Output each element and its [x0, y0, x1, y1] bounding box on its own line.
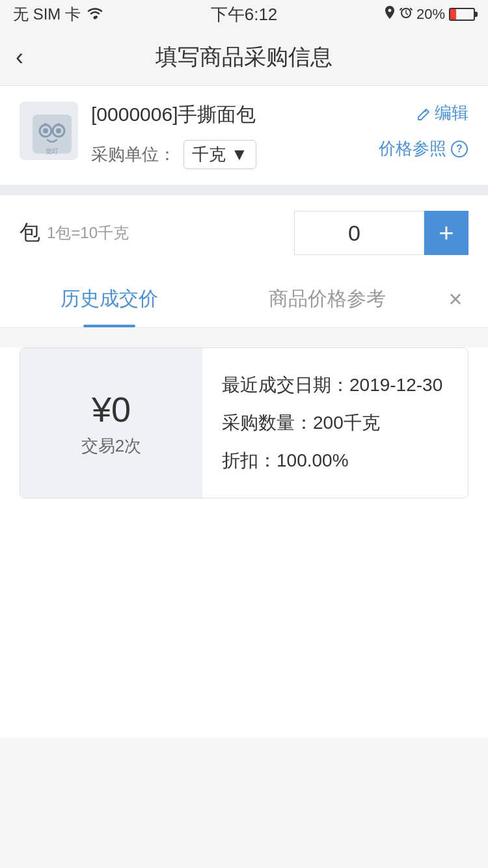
alarm-icon	[400, 6, 413, 23]
product-logo-icon: 觉叮	[29, 111, 75, 157]
status-left: 无 SIM 卡	[13, 4, 104, 25]
battery-percent: 20%	[416, 6, 445, 23]
svg-point-0	[94, 16, 97, 20]
status-right: 20%	[384, 5, 475, 23]
quantity-row: 包 1包=10千克 +	[0, 195, 488, 271]
location-icon	[384, 5, 396, 23]
svg-point-5	[43, 128, 48, 133]
nav-bar: ‹ 填写商品采购信息	[0, 29, 488, 86]
discount-value: 100.00%	[277, 450, 349, 470]
quantity-input-group: +	[294, 211, 468, 255]
transaction-count: 交易2次	[81, 435, 141, 457]
carrier-text: 无 SIM 卡	[13, 4, 81, 25]
recent-date-value: 2019-12-30	[349, 375, 442, 395]
product-card: 觉叮 [0000006]手撕面包 采购单位： 千克 ▼	[0, 86, 488, 185]
edit-icon	[416, 106, 431, 120]
purchase-qty-label: 采购数量：	[222, 413, 313, 433]
svg-text:觉叮: 觉叮	[46, 148, 59, 155]
unit-dropdown[interactable]: 千克 ▼	[183, 140, 256, 169]
tab-history-price-label: 历史成交价	[61, 286, 158, 312]
battery-icon	[449, 8, 475, 21]
quantity-unit-char: 包	[20, 219, 40, 247]
recent-date-label: 最近成交日期：	[222, 375, 349, 395]
price-reference-button[interactable]: 价格参照 ?	[379, 137, 468, 160]
svg-point-6	[56, 128, 61, 133]
tab-bar: 历史成交价 商品价格参考 ×	[0, 271, 488, 328]
discount-row: 折扣：100.00%	[222, 447, 448, 474]
tab-history-price[interactable]: 历史成交价	[0, 271, 218, 327]
purchase-qty-value: 200千克	[313, 413, 380, 433]
recent-date-row: 最近成交日期：2019-12-30	[222, 372, 448, 399]
product-unit-row: 采购单位： 千克 ▼	[91, 140, 256, 169]
product-thumbnail: 觉叮	[20, 102, 78, 160]
purchase-qty-row: 采购数量：200千克	[222, 409, 448, 437]
status-time: 下午6:12	[211, 3, 278, 26]
page-title: 填写商品采购信息	[156, 42, 332, 72]
back-button[interactable]: ‹	[16, 44, 23, 71]
quantity-label: 包 1包=10千克	[20, 219, 129, 247]
tab-active-indicator	[83, 325, 135, 327]
section-divider	[0, 185, 488, 195]
price-ref-label: 价格参照	[379, 137, 446, 160]
product-name: [0000006]手撕面包	[91, 102, 256, 128]
product-info: [0000006]手撕面包 采购单位： 千克 ▼	[91, 102, 256, 169]
edit-label: 编辑	[435, 102, 468, 124]
quantity-plus-button[interactable]: +	[424, 211, 468, 255]
status-bar: 无 SIM 卡 下午6:12 20%	[0, 0, 488, 29]
tab-product-price-reference[interactable]: 商品价格参考	[218, 271, 436, 327]
price-card: ¥0 交易2次 最近成交日期：2019-12-30 采购数量：200千克 折扣：…	[20, 347, 468, 498]
help-circle-icon: ?	[450, 140, 468, 158]
discount-label: 折扣：	[222, 450, 277, 470]
edit-button[interactable]: 编辑	[416, 102, 468, 124]
unit-label: 采购单位：	[91, 143, 176, 166]
price-summary: ¥0 交易2次	[20, 348, 202, 498]
wifi-icon	[86, 5, 104, 23]
svg-text:?: ?	[456, 143, 463, 154]
close-icon: ×	[448, 286, 462, 313]
dropdown-arrow-icon: ▼	[231, 144, 248, 165]
price-amount: ¥0	[92, 389, 131, 429]
tab-price-ref-label: 商品价格参考	[269, 286, 386, 312]
quantity-input[interactable]	[294, 211, 424, 255]
unit-value: 千克	[192, 143, 226, 166]
close-button[interactable]: ×	[436, 280, 475, 319]
product-right-actions: 编辑 价格参照 ?	[379, 102, 468, 160]
content-area: ¥0 交易2次 最近成交日期：2019-12-30 采购数量：200千克 折扣：…	[0, 347, 488, 738]
price-details: 最近成交日期：2019-12-30 采购数量：200千克 折扣：100.00%	[202, 348, 468, 498]
quantity-unit-sub: 1包=10千克	[47, 223, 129, 243]
